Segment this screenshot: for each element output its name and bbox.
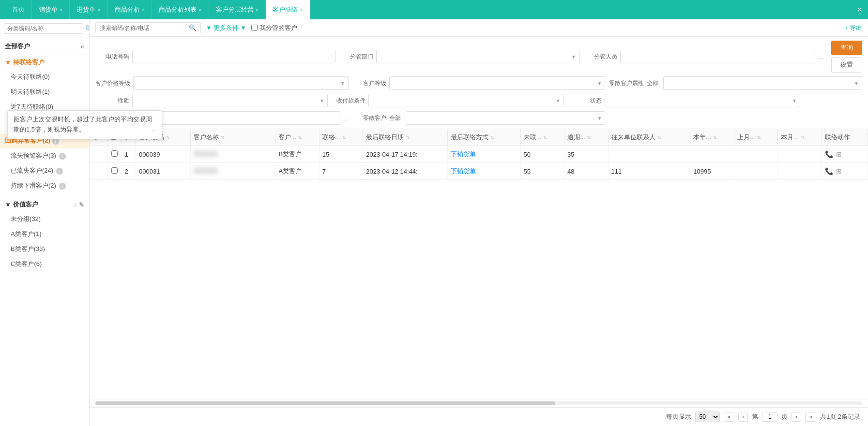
declining-info-icon[interactable]: i: [59, 183, 66, 190]
sort-type-icon[interactable]: ⇅: [298, 135, 302, 140]
filter-cell-price: 客户价格等级 ▼: [95, 76, 349, 90]
filter-price-select[interactable]: ▼: [133, 76, 349, 90]
sidebar-item-a-class[interactable]: A类客户(1): [0, 227, 89, 242]
sidebar-pending-title[interactable]: ▼ 待联络客户: [0, 55, 89, 70]
tab-customer-contact-label: 客户联络: [273, 5, 298, 14]
row1-name: [190, 146, 275, 163]
row1-type: B类客户: [275, 146, 319, 163]
filter-manager-dots[interactable]: ...: [818, 53, 823, 60]
sidebar-item-ungrouped[interactable]: 未分组(32): [0, 212, 89, 227]
tab-purchase-close[interactable]: ×: [97, 7, 100, 13]
tab-analysis-list-close[interactable]: ×: [198, 7, 201, 13]
filter-phone-input[interactable]: [132, 50, 335, 63]
edit-group-icon[interactable]: ✎: [79, 201, 84, 208]
filter-more-btn[interactable]: ▼ 更多条件 ▼: [206, 24, 246, 32]
settings-button[interactable]: 设置: [831, 57, 862, 73]
sidebar-item-c-class[interactable]: C类客户(6): [0, 257, 89, 272]
row2-last-method[interactable]: 下销货单: [447, 163, 520, 180]
filter-manager-select[interactable]: [620, 50, 815, 63]
filter-ctype-select[interactable]: [132, 111, 340, 125]
my-customers-checkbox-label[interactable]: 我分管的客户: [251, 24, 297, 32]
scroll-track[interactable]: [95, 401, 862, 405]
sort-last-method-icon[interactable]: ⇅: [490, 135, 494, 140]
export-button[interactable]: ↑ 导出: [845, 24, 863, 32]
tab-analysis-close[interactable]: ×: [142, 7, 145, 13]
tooltip-close[interactable]: ...: [152, 125, 156, 133]
sidebar-item-lost-warning[interactable]: 流失预警客户(3) i: [0, 148, 89, 163]
sidebar-search-input[interactable]: [4, 23, 83, 34]
tab-customer-seg[interactable]: 客户分层经营 ×: [209, 0, 266, 19]
sidebar-item-declining[interactable]: 持续下滑客户(2) i: [0, 178, 89, 193]
filter-icon: ▼: [206, 24, 212, 31]
tab-customer-contact[interactable]: 客户联络 ×: [266, 0, 310, 19]
row2-action-more[interactable]: ⊞: [836, 167, 842, 175]
advanced-filters: 电话号码 分管部门 ▼ 分管人员 ... 查询: [90, 37, 868, 129]
filter-status-select[interactable]: ▼: [605, 94, 800, 107]
sidebar-item-already-lost[interactable]: 已流失客户(24) i: [0, 163, 89, 178]
tab-customer-contact-close[interactable]: ×: [300, 7, 303, 13]
row1-last-method[interactable]: 下销货单: [447, 146, 520, 163]
sort-name-icon[interactable]: ⇅: [221, 135, 225, 140]
sidebar-all-customers-header: 全部客户 «: [0, 38, 89, 55]
sidebar-collapse-btn[interactable]: «: [80, 43, 84, 50]
value-group-actions[interactable]: ○ ✎: [73, 201, 84, 208]
filter-search-input[interactable]: [100, 25, 187, 31]
tab-sales[interactable]: 销货单 ×: [32, 0, 70, 19]
prev-page-btn[interactable]: ‹: [738, 412, 748, 422]
add-group-icon[interactable]: ○: [73, 201, 77, 208]
sidebar-search-icon[interactable]: 🔍: [85, 25, 90, 32]
row1-index: 1: [122, 146, 136, 163]
sidebar-item-today[interactable]: 今天待联络(0): [0, 70, 89, 85]
filter-payment-select[interactable]: ▼: [368, 94, 564, 107]
sidebar-value-group-title[interactable]: ▼ 价值客户 ○ ✎: [0, 197, 89, 212]
row1-action-more[interactable]: ⊞: [836, 150, 842, 158]
filter-retail-attr-all: 全部: [647, 79, 658, 88]
lost-warning-info-icon[interactable]: i: [59, 153, 66, 160]
tab-analysis-list[interactable]: 商品分析列表 ×: [152, 0, 209, 19]
already-lost-info-icon[interactable]: i: [56, 168, 63, 175]
query-button[interactable]: 查询: [831, 41, 862, 55]
row2-method-link[interactable]: 下销货单: [451, 167, 476, 175]
filter-gender-select[interactable]: ▼: [132, 94, 328, 107]
sort-contacts-icon[interactable]: ⇅: [657, 135, 661, 140]
sidebar-item-tomorrow[interactable]: 明天待联络(1): [0, 85, 89, 100]
filter-ctype-dots[interactable]: ...: [343, 115, 349, 122]
window-close-button[interactable]: ×: [857, 5, 862, 15]
filter-level-select[interactable]: ▼: [389, 76, 606, 90]
th-contacts: 往来单位联系人⇅: [608, 129, 690, 146]
sort-contact-icon[interactable]: ⇅: [342, 135, 346, 140]
per-page-select[interactable]: 20 50 100 200: [695, 411, 720, 422]
filter-dept-select[interactable]: ▼: [376, 50, 579, 63]
row2-action-phone[interactable]: 📞: [825, 167, 833, 175]
next-page-btn[interactable]: ›: [792, 412, 801, 422]
row1-select[interactable]: [111, 150, 118, 157]
filter-retail-attr-select[interactable]: ▼: [663, 76, 862, 90]
page-number-input[interactable]: [762, 412, 777, 422]
tab-home[interactable]: 首页: [5, 0, 32, 19]
sort-last-date-icon[interactable]: ⇅: [406, 135, 410, 140]
filter-search-icon[interactable]: 🔍: [189, 24, 197, 31]
filter-cell-payment: 收付款条件 ▼: [332, 94, 564, 107]
row2-select[interactable]: [111, 167, 118, 174]
sort-lmonth-icon[interactable]: ⇅: [757, 135, 761, 140]
tab-purchase[interactable]: 进货单 ×: [70, 0, 107, 19]
first-page-btn[interactable]: «: [724, 412, 735, 422]
scroll-thumb[interactable]: [95, 401, 555, 405]
sort-overdue-icon[interactable]: ⇅: [587, 135, 591, 140]
tab-analysis[interactable]: 商品分析 ×: [108, 0, 152, 19]
filter-retail-select[interactable]: ▼: [406, 111, 606, 125]
abnormal-tooltip: 距客户上次交易时长，超过了此客户的平均交易周期的1.5倍，则视为异常。 ...: [7, 110, 162, 139]
my-customers-checkbox[interactable]: [251, 25, 258, 31]
sidebar-item-b-class[interactable]: B类客户(33): [0, 242, 89, 257]
sort-not-icon[interactable]: ⇅: [543, 135, 547, 140]
horizontal-scrollbar[interactable]: [90, 399, 868, 407]
row2-contacts: 111: [608, 163, 690, 180]
row1-method-link[interactable]: 下销货单: [451, 150, 476, 158]
tab-customer-seg-close[interactable]: ×: [256, 7, 259, 13]
last-page-btn[interactable]: »: [805, 412, 816, 422]
sort-code-icon[interactable]: ⇅: [166, 135, 170, 140]
tab-sales-close[interactable]: ×: [60, 7, 62, 13]
row1-action-phone[interactable]: 📞: [825, 150, 833, 158]
sort-year-icon[interactable]: ⇅: [713, 135, 717, 140]
sort-tmonth-icon[interactable]: ⇅: [801, 135, 805, 140]
